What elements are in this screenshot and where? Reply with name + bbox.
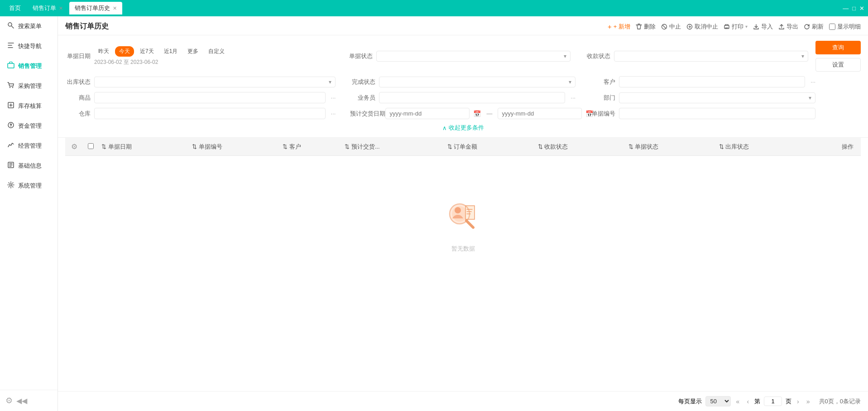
salesperson-input[interactable] [379, 92, 565, 103]
tab-sales-order-history-label: 销售订单历史 [75, 4, 110, 12]
sidebar-settings-icon[interactable]: ⚙ [5, 396, 13, 406]
filter-department: 部门 ▾ [590, 92, 815, 103]
collapse-label: 收起更多条件 [449, 124, 484, 132]
filter-row-1: 单据日期 昨天 今天 近7天 近1月 更多 自定义 2023-06-02 至 2… [65, 41, 861, 72]
sidebar-item-sales-mgmt[interactable]: 销售管理 [0, 56, 58, 76]
delete-button[interactable]: 删除 [636, 23, 656, 31]
date-quick-buttons: 昨天 今天 近7天 近1月 更多 自定义 [94, 46, 333, 57]
stock-out-select[interactable]: ▾ [94, 77, 336, 87]
warehouse-input[interactable] [94, 108, 326, 119]
col-stock-out-status: ⇅ 出库状态 [715, 138, 806, 156]
filter-payment-status: 收款状态 ▾ [585, 51, 808, 62]
table-footer: 每页显示 50 10 20 100 « ‹ 第 页 › » 共0页，0条记录 [58, 391, 868, 411]
date-separator: — [486, 110, 492, 117]
col-settings: ⚙ [65, 138, 83, 156]
svg-point-3 [10, 87, 10, 88]
payment-status-chevron: ▾ [801, 53, 804, 59]
customer-ellipsis[interactable]: ··· [810, 78, 815, 85]
last-page-button[interactable]: » [805, 397, 812, 406]
doc-status-select[interactable]: ▾ [376, 51, 571, 62]
sidebar-item-operation-mgmt-label: 经营管理 [18, 142, 42, 150]
salesperson-ellipsis[interactable]: ··· [571, 94, 575, 101]
prev-page-button[interactable]: ‹ [745, 397, 751, 406]
sidebar-item-capital-mgmt[interactable]: 资金管理 [0, 116, 58, 136]
col-customer-label: ⇅ 客户 [283, 143, 301, 150]
sidebar: 搜索菜单 快捷导航 销售管理 采购管理 库存核算 [0, 16, 58, 411]
query-button[interactable]: 查询 [815, 41, 861, 54]
warehouse-ellipsis[interactable]: ··· [331, 110, 336, 117]
date-from-calendar-icon[interactable]: 📅 [473, 110, 481, 117]
close-button[interactable]: ✕ [859, 5, 864, 12]
customer-input[interactable] [619, 76, 805, 87]
cancel-stop-label: 取消中止 [695, 23, 718, 31]
sidebar-item-quick-nav[interactable]: 快捷导航 [0, 36, 58, 56]
svg-rect-2 [8, 63, 14, 68]
date-from-input[interactable] [385, 108, 470, 119]
customer-label: 客户 [590, 78, 615, 86]
page-title: 销售订单历史 [65, 22, 109, 31]
setting-button[interactable]: 设置 [815, 58, 861, 72]
add-icon: + [608, 23, 612, 30]
collapse-row[interactable]: ∧ 收起更多条件 [65, 124, 861, 132]
purchase-mgmt-icon [7, 82, 14, 91]
first-page-button[interactable]: « [734, 397, 742, 406]
col-expected-delivery-label: ⇅ 预计交货... [345, 143, 379, 150]
stock-out-chevron: ▾ [329, 79, 331, 85]
next-page-button[interactable]: › [795, 397, 801, 406]
sidebar-item-basic-info[interactable]: 基础信息 [0, 156, 58, 176]
payment-status-select[interactable]: ▾ [614, 51, 808, 62]
show-detail-toggle[interactable]: 显示明细 [829, 23, 861, 31]
stop-button[interactable]: 中止 [661, 23, 681, 31]
per-page-label: 每页显示 [678, 397, 702, 406]
print-button[interactable]: 打印 ▾ [724, 23, 748, 31]
tab-home[interactable]: 首页 [4, 2, 26, 15]
page-number-input[interactable] [764, 396, 782, 406]
query-buttons: 查询 设置 [815, 41, 861, 72]
tab-sales-order[interactable]: 销售订单 ✕ [27, 2, 68, 15]
tab-sales-order-close[interactable]: ✕ [59, 5, 63, 11]
date-to-input[interactable] [498, 108, 582, 119]
show-detail-checkbox[interactable] [829, 24, 835, 30]
date-btn-yesterday[interactable]: 昨天 [94, 46, 113, 57]
sidebar-item-inventory-settle[interactable]: 库存核算 [0, 96, 58, 116]
col-operation: 操作 [806, 138, 861, 156]
maximize-button[interactable]: □ [852, 5, 856, 12]
filter-goods: 商品 ··· [65, 92, 336, 103]
sidebar-collapse-icon[interactable]: ◀◀ [16, 396, 27, 405]
col-order-amount: ⇅ 订单金额 [444, 138, 534, 156]
date-btn-custom[interactable]: 自定义 [204, 46, 229, 57]
basic-info-icon [7, 161, 14, 170]
export-button[interactable]: 导出 [778, 23, 798, 31]
date-btn-today[interactable]: 今天 [115, 46, 134, 57]
col-doc-date-label: ⇅ 单据日期 [101, 143, 132, 150]
doc-number-input[interactable] [619, 108, 815, 119]
add-button[interactable]: + + 新增 [608, 23, 630, 31]
sidebar-item-system-mgmt[interactable]: 系统管理 [0, 176, 58, 196]
chevron-up-icon: ∧ [442, 125, 447, 131]
print-icon [724, 23, 730, 30]
date-btn-more[interactable]: 更多 [183, 46, 202, 57]
sidebar-item-search-menu[interactable]: 搜索菜单 [0, 16, 58, 36]
minimize-button[interactable]: — [843, 5, 849, 12]
table-settings-icon[interactable]: ⚙ [71, 143, 77, 150]
import-button[interactable]: 导入 [753, 23, 773, 31]
refresh-button[interactable]: 刷新 [804, 23, 824, 31]
date-btn-1month[interactable]: 近1月 [160, 46, 182, 57]
top-bar: 首页 销售订单 ✕ 销售订单历史 ✕ — □ ✕ [0, 0, 868, 16]
goods-ellipsis[interactable]: ··· [331, 94, 336, 101]
department-select[interactable]: ▾ [619, 92, 815, 103]
cancel-stop-button[interactable]: 取消中止 [686, 23, 718, 31]
select-all-checkbox[interactable] [88, 143, 94, 149]
page-header: 销售订单历史 + + 新增 删除 中止 [58, 16, 868, 35]
page-label: 第 [754, 397, 760, 406]
per-page-select[interactable]: 50 10 20 100 [705, 396, 731, 406]
sidebar-item-operation-mgmt[interactable]: 经营管理 [0, 136, 58, 156]
date-btn-7days[interactable]: 近7天 [136, 46, 158, 57]
tab-sales-order-history-close[interactable]: ✕ [113, 5, 117, 11]
complete-status-select[interactable]: ▾ [379, 77, 575, 87]
sidebar-item-purchase-mgmt[interactable]: 采购管理 [0, 76, 58, 96]
content-area: 销售订单历史 + + 新增 删除 中止 [58, 16, 868, 411]
svg-point-8 [10, 184, 12, 186]
tab-sales-order-history[interactable]: 销售订单历史 ✕ [69, 2, 122, 15]
goods-input[interactable] [94, 92, 326, 103]
